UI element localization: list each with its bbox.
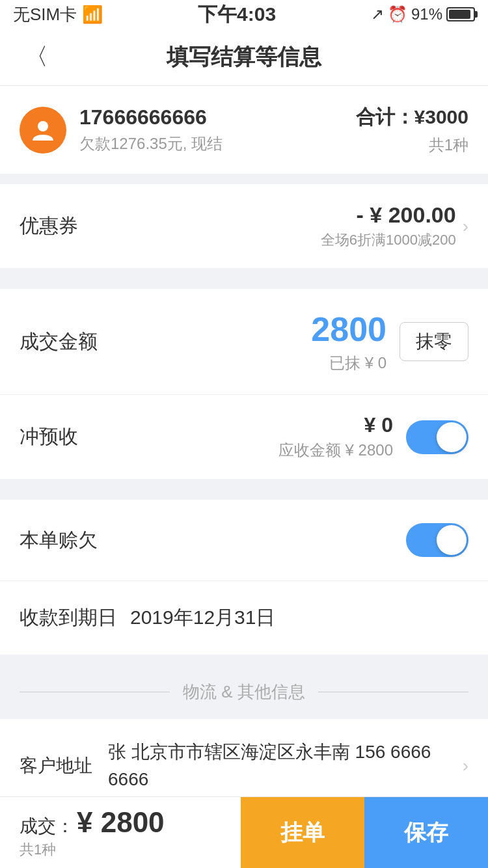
footer-deal-row: 成交： ¥ 2800 [20,806,221,839]
logistics-text: 物流 & 其他信息 [183,681,305,703]
deal-amount-value: 2800 [311,310,386,349]
debt-label: 本单赊欠 [20,527,98,554]
debt-row: 本单赊欠 [0,500,488,580]
status-bar-left: 无SIM卡 📶 [13,3,103,26]
prepay-value: ¥ 0 [278,413,393,437]
prepay-value-container: ¥ 0 应收金额 ¥ 2800 [278,413,393,461]
round-zero-button[interactable]: 抹零 [400,322,468,361]
footer-amount: ¥ 2800 [77,806,165,839]
nav-bar: 〈 填写结算等信息 [0,29,488,86]
location-icon: ↗ [371,5,384,23]
status-bar: 无SIM卡 📶 下午4:03 ↗ ⏰ 91% [0,0,488,29]
customer-note: 欠款1276.35元, 现结 [79,133,223,154]
logistics-line-left [20,692,170,692]
avatar [20,107,66,154]
prepay-right: ¥ 0 应收金额 ¥ 2800 [278,413,468,461]
toggle-knob [437,422,467,452]
logistics-line-right [318,692,468,692]
save-button[interactable]: 保存 [364,797,488,869]
address-label: 客户地址 [20,753,92,778]
total-count: 共1种 [356,135,468,156]
coupon-discount: - ¥ 200.00 [321,202,456,228]
section-divider-2 [0,479,488,489]
debt-toggle[interactable] [406,523,468,557]
footer: 成交： ¥ 2800 共1种 挂单 保存 [0,796,488,868]
hang-order-button[interactable]: 挂单 [241,797,364,869]
content: 17666666666 欠款1276.35元, 现结 合计：¥3000 共1种 … [0,86,488,868]
deal-amount-right: 2800 已抹 ¥ 0 抹零 [311,310,468,373]
battery-icon [446,7,475,21]
battery-text: 91% [411,5,442,23]
amount-section: 成交金额 2800 已抹 ¥ 0 抹零 [0,289,488,394]
due-date-label: 收款到期日 [20,604,117,631]
prepay-sub: 应收金额 ¥ 2800 [278,440,393,461]
footer-deal-label: 成交： [20,814,74,839]
deal-amount-sub: 已抹 ¥ 0 [311,353,386,373]
debt-toggle-knob [437,525,467,555]
section-divider-3 [0,655,488,665]
customer-right: 合计：¥3000 共1种 [356,104,468,156]
prepay-label: 冲预收 [20,424,78,450]
amount-value-container: 2800 已抹 ¥ 0 [311,310,386,373]
prepay-toggle[interactable] [406,420,468,454]
chevron-right-icon: › [463,216,468,237]
customer-left: 17666666666 欠款1276.35元, 现结 [20,105,223,154]
section-divider-1 [0,278,488,289]
carrier-text: 无SIM卡 [13,3,77,26]
footer-info: 成交： ¥ 2800 共1种 [0,806,241,860]
prepay-row: 冲预收 ¥ 0 应收金额 ¥ 2800 [0,394,488,479]
back-button[interactable]: 〈 [18,34,55,79]
total-amount: 合计：¥3000 [356,104,468,131]
coupon-row[interactable]: 优惠券 - ¥ 200.00 全场6折满1000减200 › [0,184,488,268]
status-bar-right: ↗ ⏰ 91% [371,5,475,23]
wifi-icon: 📶 [82,5,103,25]
svg-point-0 [38,121,48,131]
coupon-right: - ¥ 200.00 全场6折满1000减200 › [321,202,468,250]
coupon-label: 优惠券 [20,213,78,239]
logistics-divider: 物流 & 其他信息 [0,665,488,719]
coupon-right-inner: - ¥ 200.00 全场6折满1000减200 [321,202,456,250]
footer-count: 共1种 [20,840,221,860]
status-bar-time: 下午4:03 [198,1,276,28]
due-date-row: 收款到期日 2019年12月31日 [0,580,488,655]
alarm-icon: ⏰ [388,5,407,23]
customer-info: 17666666666 欠款1276.35元, 现结 [79,105,223,154]
coupon-desc: 全场6折满1000减200 [321,230,456,250]
address-value: 张 北京市市辖区海淀区永丰南 156 6666 6666 [108,739,447,793]
page-title: 填写结算等信息 [167,42,321,72]
deal-amount-row: 成交金额 2800 已抹 ¥ 0 抹零 [20,289,468,394]
due-date-value: 2019年12月31日 [130,604,275,631]
address-chevron-icon: › [463,755,468,776]
customer-phone: 17666666666 [79,105,223,129]
deal-amount-label: 成交金额 [20,329,98,355]
customer-card: 17666666666 欠款1276.35元, 现结 合计：¥3000 共1种 [0,86,488,174]
